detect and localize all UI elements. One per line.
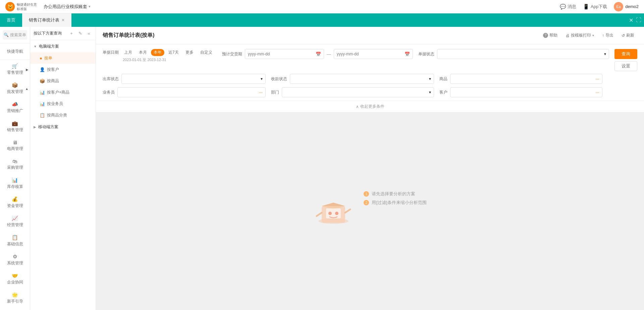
pc-group-arrow: ▼ xyxy=(34,45,37,48)
date-tag-custom[interactable]: 自定义 xyxy=(198,49,215,56)
sidebar-item-operations[interactable]: 📈 经营管理 xyxy=(0,212,30,231)
app-download-action[interactable]: 📱 App下载 xyxy=(583,4,607,10)
collapse-label: 收起更多条件 xyxy=(360,104,384,109)
sales-label: 销售管理 xyxy=(7,127,23,133)
finance-label: 资金管理 xyxy=(7,203,23,209)
filter-section: 单据日期 上月 本月 本年 近7天 更多 自定义 2023-01-0 xyxy=(96,44,644,101)
scheme-item-by-customer[interactable]: 👤 按客户 xyxy=(30,64,96,75)
sidebar-item-retail[interactable]: 🛒 零售管理 ▶ xyxy=(0,60,30,79)
inventory-icon: 📊 xyxy=(12,177,18,183)
svg-line-6 xyxy=(345,209,350,213)
salesman-select[interactable]: ··· xyxy=(117,87,266,97)
left-panel-header: 按以下方案查询 + ✎ « xyxy=(30,27,96,40)
retail-label: 零售管理 xyxy=(7,70,23,75)
sidebar-nav-item-quicknav[interactable]: 快捷导航 xyxy=(0,46,30,57)
marketing-icon: 📣 xyxy=(12,101,18,107)
page-title: 销售订单统计表(按单) xyxy=(103,32,155,39)
tab-expand-btn[interactable]: ⛶ xyxy=(636,17,641,23)
date-start-icon[interactable]: 📅 xyxy=(316,52,321,57)
scheme-item-by-category[interactable]: 📋 按商品分类 xyxy=(30,109,96,121)
customer-select[interactable]: ··· xyxy=(450,87,602,97)
date-tag-last-month[interactable]: 上月 xyxy=(121,49,135,56)
collapse-panel-btn[interactable]: « xyxy=(86,30,92,37)
expected-date-start[interactable] xyxy=(248,52,316,56)
ecommerce-label: 电商管理 xyxy=(7,146,23,152)
app-download-label: App下载 xyxy=(591,4,607,10)
scheme-group-pc-header[interactable]: ▼ 电脑端方案 xyxy=(30,40,96,52)
scheme-item-by-salesman[interactable]: 📊 按业务员 xyxy=(30,98,96,109)
pay-status-select[interactable]: ▾ xyxy=(290,74,434,84)
svg-line-5 xyxy=(317,213,322,216)
by-order-icon: ● xyxy=(40,56,42,61)
tab-sales-stat[interactable]: 销售订单统计表 ✕ xyxy=(22,13,71,27)
date-end-icon[interactable]: 📅 xyxy=(405,52,410,57)
collapse-arrow-icon: ∧ xyxy=(356,104,359,109)
query-btn[interactable]: 查询 xyxy=(614,49,637,59)
sidebar-item-inventory[interactable]: 📊 库存核算 xyxy=(0,174,30,193)
user-area[interactable]: Ea demo2 xyxy=(614,2,639,11)
sidebar-item-newbie[interactable]: 🌟 新手引导 xyxy=(0,289,30,308)
tab-close-icon[interactable]: ✕ xyxy=(61,18,65,22)
sidebar-item-system[interactable]: ⚙ 系统管理 xyxy=(0,250,30,269)
collapse-bar[interactable]: ∧ 收起更多条件 xyxy=(96,101,644,112)
dept-select[interactable]: ▾ xyxy=(282,87,434,97)
message-action[interactable]: 💬 消息 xyxy=(560,4,576,10)
scheme-item-by-order[interactable]: ● 按单 xyxy=(30,52,96,64)
scheme-item-by-product[interactable]: 📦 按商品 xyxy=(30,75,96,87)
template-print-btn[interactable]: 🖨 按模板打印 ▾ xyxy=(562,31,597,40)
date-tag-last7days[interactable]: 近7天 xyxy=(166,49,181,56)
date-tag-more[interactable]: 更多 xyxy=(183,49,196,56)
setting-btn[interactable]: 设置 xyxy=(614,61,637,71)
sidebar-item-ecommerce[interactable]: 🖥 电商管理 xyxy=(0,136,30,155)
main-content-body: 1 请先选择要分析的方案 2 用[过滤]条件来缩小分析范围 xyxy=(96,112,644,310)
product-select[interactable]: ··· xyxy=(450,74,602,84)
by-cust-prod-label: 按客户+商品 xyxy=(47,90,69,95)
empty-tips: 1 请先选择要分析的方案 2 用[过滤]条件来缩小分析范围 xyxy=(364,191,426,206)
sidebar-item-marketing[interactable]: 📣 营销推广 xyxy=(0,98,30,117)
status-select[interactable]: ▾ xyxy=(437,49,609,59)
sidebar-item-basic[interactable]: 📋 基础信息 xyxy=(0,231,30,250)
salesman-dots-icon[interactable]: ··· xyxy=(259,90,263,95)
tab-home[interactable]: 首页 xyxy=(0,13,22,27)
customer-label: 客户 xyxy=(439,90,447,95)
add-scheme-btn[interactable]: + xyxy=(68,30,75,37)
empty-tip-1: 1 请先选择要分析的方案 xyxy=(364,191,426,197)
edit-icon: ✎ xyxy=(78,31,82,36)
sidebar-item-sales[interactable]: 💼 销售管理 xyxy=(0,117,30,136)
scheme-group-mobile-header[interactable]: ▶ 移动端方案 xyxy=(30,121,96,133)
edit-scheme-btn[interactable]: ✎ xyxy=(77,30,84,37)
sidebar-item-wholesale[interactable]: 📦 批发管理 ▲ xyxy=(0,79,30,98)
sidebar-item-finance[interactable]: 💰 资金管理 xyxy=(0,193,30,212)
tab-sales-stat-label: 销售订单统计表 xyxy=(29,17,59,23)
export-btn[interactable]: ↑ 导出 xyxy=(599,31,616,40)
scheme-item-by-cust-prod[interactable]: 📊 按客户+商品 xyxy=(30,87,96,98)
sidebar-item-purchase[interactable]: 🛍 采购管理 xyxy=(0,155,30,174)
main-layout: 🔍 搜索菜单 快捷导航 🛒 零售管理 ▶ 📦 批发管理 ▲ 📣 营销推广 xyxy=(0,27,644,310)
dept-label: 部门 xyxy=(271,90,279,95)
scheme-group-mobile: ▶ 移动端方案 xyxy=(30,121,96,133)
header-left: 🐱 畅捷通好生意标准版 办公用品行业模拟账套 ▾ xyxy=(5,2,91,11)
ship-status-select[interactable]: ▾ xyxy=(121,74,266,84)
user-avatar: Ea xyxy=(614,2,623,11)
help-btn[interactable]: ? 帮助 xyxy=(540,31,560,40)
enterprise-label: 企业协同 xyxy=(7,279,23,285)
system-icon: ⚙ xyxy=(13,254,17,260)
module-selector[interactable]: 办公用品行业模拟账套 ▾ xyxy=(44,4,91,10)
newbie-icon: 🌟 xyxy=(12,292,18,298)
customer-dots-icon[interactable]: ··· xyxy=(595,90,599,95)
date-tag-this-year[interactable]: 本年 xyxy=(151,49,164,56)
content-area: 按以下方案查询 + ✎ « ▼ 电脑端方案 xyxy=(30,27,644,310)
collapse-bar-content: ∧ 收起更多条件 xyxy=(356,104,384,109)
date-tag-this-month[interactable]: 本月 xyxy=(136,49,150,56)
page-actions: ? 帮助 🖨 按模板打印 ▾ ↑ 导出 ↺ xyxy=(540,31,637,40)
sidebar-search-btn[interactable]: 🔍 搜索菜单 xyxy=(3,30,27,40)
refresh-btn[interactable]: ↺ 刷新 xyxy=(619,31,637,40)
tab-close-btn[interactable]: ✕ xyxy=(629,17,633,23)
product-dots-icon[interactable]: ··· xyxy=(595,76,599,82)
template-print-icon: 🖨 xyxy=(566,33,570,38)
newbie-label: 新手引导 xyxy=(7,299,23,304)
sidebar-item-enterprise[interactable]: 🤝 企业协同 xyxy=(0,269,30,289)
expected-date-end[interactable] xyxy=(337,52,405,56)
status-arrow: ▾ xyxy=(604,52,606,56)
sidebar-item-appcenter[interactable]: 🔧 应用中心 xyxy=(0,308,30,310)
